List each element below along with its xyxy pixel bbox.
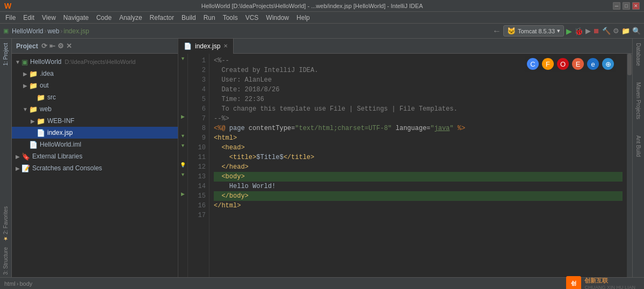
- breadcrumb-folder[interactable]: web: [47, 27, 59, 35]
- app-logo-icon: W: [4, 2, 11, 10]
- status-bar: html › body 创 创新互联 CHUANG XIN HU LIAN: [0, 277, 644, 289]
- code-line-5: Time: 22:36: [214, 95, 623, 104]
- menu-file[interactable]: File: [2, 13, 19, 23]
- menu-refactor[interactable]: Refactor: [147, 13, 177, 23]
- stop-button[interactable]: ⏹: [593, 27, 600, 35]
- tree-label-out: out: [40, 82, 49, 89]
- module-icon: ▣: [21, 58, 28, 66]
- tomcat-config-button[interactable]: 🐱 Tomcat 8.5.33 ▾: [503, 25, 564, 37]
- nav-right: ← 🐱 Tomcat 8.5.33 ▾ ▶ 🐞 ▶ ⏹ 🔨 ⚙ 📁 🔍: [493, 25, 641, 37]
- menu-code[interactable]: Code: [93, 13, 115, 23]
- tree-item-idea[interactable]: ▶ 📁 .idea: [12, 68, 178, 80]
- chrome-icon[interactable]: C: [527, 58, 539, 70]
- tab-close-icon[interactable]: ✕: [223, 43, 228, 49]
- build-button[interactable]: 🔨: [602, 27, 611, 35]
- menu-edit[interactable]: Edit: [20, 13, 38, 23]
- breadcrumb: ▣ HelloWorld › web › index.jsp: [3, 27, 89, 35]
- window-title: HelloWorld [D:\IdeaProjects\HelloWorld] …: [11, 3, 613, 9]
- tree-item-helloworld-iml[interactable]: 📄 HelloWorld.iml: [12, 139, 178, 150]
- tree-item-webinf[interactable]: ▶ 📁 WEB-INF: [12, 115, 178, 127]
- tree-item-external-libs[interactable]: ▶ 🔖 External Libraries: [12, 150, 178, 162]
- folder-button[interactable]: 📁: [621, 27, 630, 35]
- ant-tool-button[interactable]: Ant Build: [634, 133, 642, 159]
- opera-icon[interactable]: O: [557, 58, 569, 70]
- code-editor[interactable]: ▼ ▶ ▼ ▼ 💡 ▼ ▶ 1 2: [178, 54, 632, 277]
- settings-button[interactable]: ⚙: [613, 27, 619, 35]
- editor-scrollbar-thumb[interactable]: [627, 54, 632, 75]
- chuangxin-logo: 创 创新互联 CHUANG XIN HU LIAN: [566, 276, 635, 290]
- debug-button[interactable]: 🐞: [574, 27, 583, 35]
- firefox-icon[interactable]: F: [542, 58, 554, 70]
- tree-item-out[interactable]: ▶ 📁 out: [12, 80, 178, 91]
- editor-scrollbar[interactable]: [627, 54, 632, 277]
- fold-icon-10[interactable]: ▼: [180, 143, 185, 148]
- project-panel-header: Project ⟳ ⇤ ⚙ ✕: [12, 39, 178, 54]
- tree-label-indexjsp: index.jsp: [47, 129, 73, 136]
- tree-label-web: web: [40, 105, 52, 113]
- tree-item-src[interactable]: 📁 src: [12, 91, 178, 103]
- database-tool-button[interactable]: Database: [634, 41, 642, 68]
- menu-tools[interactable]: Tools: [220, 13, 241, 23]
- jsp-file-icon: 📄: [37, 129, 45, 137]
- run-button[interactable]: ▶: [566, 27, 572, 35]
- favorites-tool-button[interactable]: ★ 2: Favorites: [2, 204, 10, 244]
- edge-icon[interactable]: E: [572, 58, 584, 70]
- project-tree: ▼ ▣ HelloWorld D:\IdeaProjects\HelloWorl…: [12, 54, 178, 277]
- tree-item-web[interactable]: ▼ 📁 web: [12, 103, 178, 115]
- code-line-3: User: AlanLee: [214, 75, 623, 85]
- menu-build[interactable]: Build: [178, 13, 199, 23]
- back-button[interactable]: ←: [493, 26, 501, 36]
- project-panel-title: Project: [16, 42, 38, 50]
- menu-vcs[interactable]: VCS: [242, 13, 262, 23]
- menu-view[interactable]: View: [39, 13, 59, 23]
- menu-navigate[interactable]: Navigate: [60, 13, 92, 23]
- panel-header-icons: ⟳ ⇤ ⚙ ✕: [41, 42, 72, 50]
- close-button[interactable]: ✕: [632, 2, 640, 10]
- fold-icon-15[interactable]: ▶: [181, 191, 185, 197]
- editor-tab-indexjsp[interactable]: 📄 index.jsp ✕: [178, 39, 234, 54]
- edge2-icon[interactable]: ⊕: [602, 58, 614, 70]
- ie-icon[interactable]: e: [587, 58, 599, 70]
- menu-bar: File Edit View Navigate Code Analyze Ref…: [0, 12, 644, 24]
- scratch-icon: 📝: [21, 164, 30, 172]
- tab-label: index.jsp: [195, 42, 220, 50]
- tree-item-helloworld[interactable]: ▼ ▣ HelloWorld D:\IdeaProjects\HelloWorl…: [12, 56, 178, 68]
- search-button[interactable]: 🔍: [632, 27, 641, 35]
- maximize-button[interactable]: □: [623, 2, 630, 10]
- fold-icon-9[interactable]: ▼: [180, 133, 185, 139]
- fold-icon-12[interactable]: 💡: [180, 162, 186, 168]
- fold-icon-7[interactable]: ▶: [181, 114, 185, 119]
- minimize-button[interactable]: ─: [613, 2, 620, 10]
- status-breadcrumb-html[interactable]: html: [4, 280, 16, 287]
- logo-box-icon: 创: [566, 276, 581, 290]
- status-breadcrumb-body[interactable]: body: [19, 280, 32, 287]
- window-controls[interactable]: ─ □ ✕: [613, 2, 640, 10]
- project-panel: Project ⟳ ⇤ ⚙ ✕ ▼ ▣ HelloWorld D:\IdeaPr…: [12, 39, 178, 277]
- menu-help[interactable]: Help: [293, 13, 313, 23]
- sync-icon[interactable]: ⟳: [41, 42, 47, 50]
- tree-item-indexjsp[interactable]: 📄 index.jsp: [12, 127, 178, 139]
- structure-tool-button[interactable]: 3: Structure: [2, 245, 10, 277]
- code-line-11: <title>$Title$</title>: [214, 153, 623, 162]
- fold-icon-1[interactable]: ▼: [180, 56, 185, 61]
- menu-window[interactable]: Window: [263, 13, 292, 23]
- tomcat-label: Tomcat 8.5.33: [518, 28, 555, 34]
- breadcrumb-project[interactable]: HelloWorld: [12, 27, 43, 35]
- settings-panel-icon[interactable]: ⚙: [57, 42, 64, 50]
- code-content[interactable]: <%-- Created by IntelliJ IDEA. User: Ala…: [209, 54, 627, 277]
- project-icon: ▣: [3, 27, 9, 34]
- tree-label-webinf: WEB-INF: [47, 117, 75, 125]
- menu-run[interactable]: Run: [200, 13, 219, 23]
- maven-tool-button[interactable]: Maven Projects: [634, 80, 642, 121]
- project-tool-button[interactable]: 1: Project: [2, 41, 10, 68]
- collapse-all-icon[interactable]: ⇤: [49, 42, 55, 50]
- tree-item-scratches[interactable]: ▶ 📝 Scratches and Consoles: [12, 162, 178, 174]
- close-panel-icon[interactable]: ✕: [66, 42, 72, 50]
- code-line-15: </body>: [214, 191, 623, 201]
- menu-analyze[interactable]: Analyze: [116, 13, 146, 23]
- coverage-button[interactable]: ▶: [585, 27, 591, 35]
- fold-icon-13[interactable]: ▼: [180, 172, 185, 177]
- breadcrumb-file[interactable]: index.jsp: [63, 27, 89, 35]
- iml-file-icon: 📄: [29, 141, 38, 149]
- code-line-8: <%@ page contentType="text/html;charset=…: [214, 124, 623, 133]
